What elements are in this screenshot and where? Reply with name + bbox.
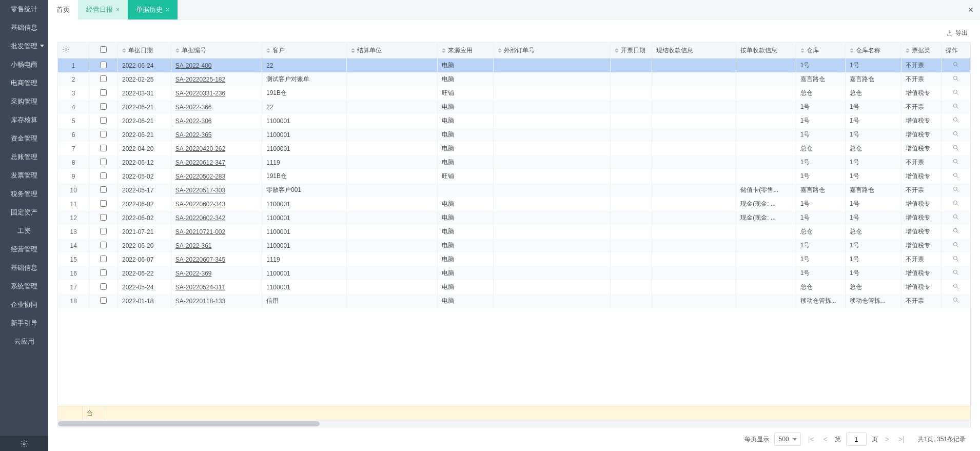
cell-code[interactable]: SA-20220602-343 bbox=[171, 197, 262, 211]
sort-icon[interactable] bbox=[442, 48, 446, 53]
table-row[interactable]: 102022-05-17SA-20220517-303零散客户001储值卡(零售… bbox=[58, 183, 970, 197]
cell-code[interactable]: SA-20220524-311 bbox=[171, 280, 262, 294]
table-row[interactable]: 72022-04-20SA-20220420-2621100001电脑总仓总仓增… bbox=[58, 142, 970, 155]
cell-code[interactable]: SA-2022-366 bbox=[171, 100, 262, 114]
row-view-button[interactable] bbox=[942, 197, 970, 211]
sidebar-item-5[interactable]: 采购管理 bbox=[0, 92, 48, 111]
row-checkbox[interactable] bbox=[89, 114, 118, 128]
cell-code[interactable]: SA-2022-306 bbox=[171, 114, 262, 128]
row-view-button[interactable] bbox=[942, 155, 970, 169]
tab-document-history[interactable]: 单据历史 × bbox=[128, 0, 178, 19]
prev-page-button[interactable]: < bbox=[821, 435, 829, 443]
table-row[interactable]: 172022-05-24SA-20220524-3111100001电脑总仓总仓… bbox=[58, 280, 970, 294]
sidebar-item-4[interactable]: 电商管理 bbox=[0, 74, 48, 92]
sidebar-item-7[interactable]: 资金管理 bbox=[0, 129, 48, 148]
row-checkbox[interactable] bbox=[89, 239, 118, 252]
row-checkbox[interactable] bbox=[89, 169, 118, 183]
row-checkbox[interactable] bbox=[89, 294, 118, 308]
close-all-tabs-button[interactable]: × bbox=[962, 0, 980, 19]
row-view-button[interactable] bbox=[942, 252, 970, 266]
row-checkbox[interactable] bbox=[89, 225, 118, 239]
row-view-button[interactable] bbox=[942, 225, 970, 239]
table-row[interactable]: 12022-06-24SA-2022-40022电脑1号1号不开票 bbox=[58, 58, 970, 72]
col-ext[interactable]: 外部订单号 bbox=[493, 43, 610, 58]
sidebar-item-0[interactable]: 零售统计 bbox=[0, 0, 48, 18]
table-row[interactable]: 142022-06-20SA-2022-3611100001电脑1号1号增值税专 bbox=[58, 239, 970, 252]
table-row[interactable]: 32022-03-31SA-20220331-236191B仓旺铺总仓总仓增值税… bbox=[58, 86, 970, 100]
row-checkbox[interactable] bbox=[89, 266, 118, 280]
row-view-button[interactable] bbox=[942, 58, 970, 72]
row-checkbox[interactable] bbox=[89, 100, 118, 114]
row-checkbox[interactable] bbox=[89, 155, 118, 169]
cell-code[interactable]: SA-20220331-236 bbox=[171, 86, 262, 100]
sidebar-item-14[interactable]: 基础信息 bbox=[0, 259, 48, 277]
row-checkbox[interactable] bbox=[89, 183, 118, 197]
sort-icon[interactable] bbox=[175, 48, 180, 53]
column-settings-button[interactable] bbox=[58, 43, 89, 58]
close-icon[interactable]: × bbox=[116, 0, 120, 19]
sidebar-item-8[interactable]: 总账管理 bbox=[0, 148, 48, 166]
row-view-button[interactable] bbox=[942, 183, 970, 197]
row-checkbox[interactable] bbox=[89, 72, 118, 86]
select-all-checkbox[interactable] bbox=[89, 43, 118, 58]
per-page-select[interactable]: 500 bbox=[774, 433, 801, 446]
cell-code[interactable]: SA-20210721-002 bbox=[171, 225, 262, 239]
sort-icon[interactable] bbox=[122, 48, 126, 53]
col-settle[interactable]: 结算单位 bbox=[346, 43, 437, 58]
row-view-button[interactable] bbox=[942, 114, 970, 128]
col-cash[interactable]: 现结收款信息 bbox=[652, 43, 736, 58]
cell-code[interactable]: SA-20220225-182 bbox=[171, 72, 262, 86]
table-row[interactable]: 82022-06-12SA-20220612-3471119电脑1号1号不开票 bbox=[58, 155, 970, 169]
row-checkbox[interactable] bbox=[89, 142, 118, 155]
table-row[interactable]: 42022-06-21SA-2022-36622电脑1号1号不开票 bbox=[58, 100, 970, 114]
next-page-button[interactable]: > bbox=[883, 435, 891, 443]
table-row[interactable]: 62022-06-21SA-2022-3651100001电脑1号1号增值税专 bbox=[58, 128, 970, 142]
last-page-button[interactable]: >| bbox=[896, 435, 907, 443]
row-view-button[interactable] bbox=[942, 211, 970, 225]
sidebar-item-3[interactable]: 小畅电商 bbox=[0, 55, 48, 74]
row-view-button[interactable] bbox=[942, 280, 970, 294]
export-button[interactable]: 导出 bbox=[946, 29, 968, 37]
row-view-button[interactable] bbox=[942, 294, 970, 308]
sidebar-item-10[interactable]: 税务管理 bbox=[0, 185, 48, 203]
col-wh[interactable]: 仓库 bbox=[796, 43, 845, 58]
cell-code[interactable]: SA-2022-365 bbox=[171, 128, 262, 142]
cell-code[interactable]: SA-20220502-283 bbox=[171, 169, 262, 183]
sidebar-item-15[interactable]: 系统管理 bbox=[0, 277, 48, 296]
col-src[interactable]: 来源应用 bbox=[437, 43, 493, 58]
cell-code[interactable]: SA-2022-400 bbox=[171, 58, 262, 72]
row-checkbox[interactable] bbox=[89, 197, 118, 211]
cell-code[interactable]: SA-20220602-342 bbox=[171, 211, 262, 225]
sort-icon[interactable] bbox=[498, 48, 502, 53]
table-row[interactable]: 132021-07-21SA-20210721-0021100001电脑总仓总仓… bbox=[58, 225, 970, 239]
cell-code[interactable]: SA-20220607-345 bbox=[171, 252, 262, 266]
row-view-button[interactable] bbox=[942, 128, 970, 142]
row-checkbox[interactable] bbox=[89, 280, 118, 294]
sidebar-item-12[interactable]: 工资 bbox=[0, 222, 48, 240]
row-checkbox[interactable] bbox=[89, 86, 118, 100]
sidebar-footer[interactable] bbox=[0, 436, 48, 451]
row-checkbox[interactable] bbox=[89, 211, 118, 225]
close-icon[interactable]: × bbox=[166, 0, 169, 19]
tab-daily-report[interactable]: 经营日报 × bbox=[78, 0, 128, 19]
cell-code[interactable]: SA-2022-361 bbox=[171, 239, 262, 252]
row-view-button[interactable] bbox=[942, 72, 970, 86]
sidebar-item-13[interactable]: 经营管理 bbox=[0, 240, 48, 259]
scroll-thumb[interactable] bbox=[58, 421, 320, 426]
table-row[interactable]: 92022-05-02SA-20220502-283191B仓旺铺1号1号增值税… bbox=[58, 169, 970, 183]
col-cust[interactable]: 客户 bbox=[262, 43, 347, 58]
sort-icon[interactable] bbox=[615, 48, 619, 53]
sidebar-item-16[interactable]: 企业协同 bbox=[0, 296, 48, 314]
row-checkbox[interactable] bbox=[89, 128, 118, 142]
table-row[interactable]: 122022-06-02SA-20220602-3421100001电脑现金(现… bbox=[58, 211, 970, 225]
col-whname[interactable]: 仓库名称 bbox=[845, 43, 901, 58]
table-row[interactable]: 182022-01-18SA-20220118-133信用电脑移动仓管拣...移… bbox=[58, 294, 970, 308]
sidebar-item-1[interactable]: 基础信息 bbox=[0, 18, 48, 37]
horizontal-scrollbar[interactable] bbox=[58, 420, 970, 427]
sort-icon[interactable] bbox=[266, 48, 270, 53]
col-code[interactable]: 单据编号 bbox=[171, 43, 262, 58]
col-date[interactable]: 单据日期 bbox=[117, 43, 171, 58]
page-number-input[interactable] bbox=[846, 433, 867, 446]
cell-code[interactable]: SA-20220420-262 bbox=[171, 142, 262, 155]
sidebar-item-2[interactable]: 批发管理 bbox=[0, 37, 48, 55]
